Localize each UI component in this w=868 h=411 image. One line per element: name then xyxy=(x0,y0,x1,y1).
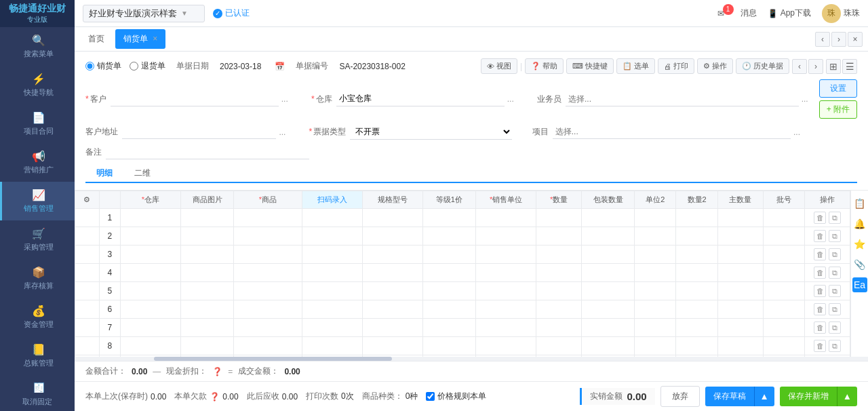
history-button[interactable]: 🕐 历史单据 xyxy=(736,58,789,74)
sidebar-item-contract[interactable]: 📄 项目合同 xyxy=(0,104,75,143)
save-draft-arrow[interactable]: ▲ xyxy=(754,387,774,406)
price-rule-checkbox[interactable]: 价格规则本单 xyxy=(426,391,486,402)
cell-pack-qty[interactable] xyxy=(582,209,635,227)
panel-star-icon[interactable]: ⭐ xyxy=(852,237,867,252)
tab-close-icon[interactable]: × xyxy=(153,34,157,43)
delete-row-icon[interactable]: 🗑 xyxy=(814,285,826,297)
tab-next-button[interactable]: › xyxy=(831,32,846,47)
calendar-icon[interactable]: 📅 xyxy=(275,62,285,71)
copy-row-icon[interactable]: ⧉ xyxy=(829,248,841,260)
company-selector[interactable]: 好业财专业版演示样套 ▼ xyxy=(83,5,205,22)
copy-row-icon[interactable]: ⧉ xyxy=(829,285,841,297)
notes-input[interactable] xyxy=(106,145,309,159)
panel-clipboard-icon[interactable]: 📋 xyxy=(852,196,867,211)
view-button[interactable]: 👁 视图 xyxy=(481,58,517,74)
cell-unit2[interactable] xyxy=(635,209,676,227)
cell-main-qty[interactable] xyxy=(717,209,763,227)
tab-close-button[interactable]: × xyxy=(848,32,863,47)
address-dots-icon[interactable]: ... xyxy=(276,128,288,137)
cell-batch-import[interactable] xyxy=(302,209,362,227)
horizontal-scrollbar[interactable] xyxy=(75,357,868,361)
toolbar-prev[interactable]: ‹ xyxy=(792,59,807,74)
sidebar-item-invoice[interactable]: 🧾 发票管理 xyxy=(0,375,75,393)
price-rule-check[interactable] xyxy=(426,392,435,401)
copy-row-icon[interactable]: ⧉ xyxy=(829,267,841,279)
tab-prev-button[interactable]: ‹ xyxy=(815,32,830,47)
panel-attach-icon[interactable]: 📎 xyxy=(852,257,867,272)
cell-batch[interactable] xyxy=(763,209,804,227)
sidebar-item-nav[interactable]: ⚡ 快捷导航 xyxy=(0,66,75,104)
toolbar-next[interactable]: › xyxy=(808,59,823,74)
attach-button[interactable]: + 附件 xyxy=(819,100,857,119)
save-draft-button[interactable]: 保存草稿 xyxy=(705,387,754,406)
help-button[interactable]: ❓ 帮助 xyxy=(525,58,564,74)
tab-detail-2d[interactable]: 二维 xyxy=(123,165,161,182)
discount-question-icon[interactable]: ❓ xyxy=(212,367,222,376)
salesperson-dots-icon[interactable]: ... xyxy=(799,94,811,104)
shortcuts-button[interactable]: ⌨ 快捷键 xyxy=(566,58,614,74)
delete-row-icon[interactable]: 🗑 xyxy=(814,267,826,279)
copy-row-icon[interactable]: ⧉ xyxy=(829,321,841,334)
copy-row-icon[interactable]: ⧉ xyxy=(829,212,841,224)
address-input[interactable] xyxy=(122,125,276,139)
radio-return[interactable]: 退货单 xyxy=(130,60,165,72)
tab-home[interactable]: 首页 xyxy=(80,29,113,49)
customer-input[interactable] xyxy=(111,92,279,106)
messages-button[interactable]: ✉ 1 消息 xyxy=(717,7,757,19)
delete-row-icon[interactable]: 🗑 xyxy=(814,303,826,315)
delete-row-icon[interactable]: 🗑 xyxy=(814,230,826,242)
copy-row-icon[interactable]: ⧉ xyxy=(829,303,841,315)
copy-row-icon[interactable]: ⧉ xyxy=(829,340,841,352)
grid-view-icon[interactable]: ⊞ xyxy=(826,59,841,74)
th-settings[interactable]: ⚙ xyxy=(75,191,100,209)
tab-sales-order[interactable]: 销货单 × xyxy=(115,29,165,49)
user-menu[interactable]: 珠 珠珠 xyxy=(822,4,860,23)
delete-row-icon[interactable]: 🗑 xyxy=(814,340,826,352)
operation-button[interactable]: ⚙ 操作 xyxy=(697,58,733,74)
delete-row-icon[interactable]: 🗑 xyxy=(814,321,826,334)
delete-row-icon[interactable]: 🗑 xyxy=(814,248,826,260)
abandon-button[interactable]: 放弃 xyxy=(660,386,700,407)
sidebar-item-ledger[interactable]: 📒 总账管理 xyxy=(0,336,75,375)
list-view-icon[interactable]: ☰ xyxy=(842,59,857,74)
sidebar-item-finance[interactable]: 💰 资金管理 xyxy=(0,298,75,336)
project-dots-icon[interactable]: ... xyxy=(791,128,803,137)
sidebar-item-marketing[interactable]: 📢 营销推广 xyxy=(0,143,75,182)
delete-row-icon[interactable]: 🗑 xyxy=(814,212,826,224)
print-button[interactable]: 🖨 打印 xyxy=(658,58,694,74)
setup-button[interactable]: 设置 xyxy=(819,79,857,98)
cell-sale-unit[interactable] xyxy=(475,209,536,227)
copy-row-icon[interactable]: ⧉ xyxy=(829,230,841,242)
cell-spec[interactable] xyxy=(362,209,422,227)
sidebar-item-sales[interactable]: 📈 销售管理 xyxy=(0,182,75,220)
cell-qty2[interactable] xyxy=(676,209,717,227)
radio-sale[interactable]: 销货单 xyxy=(85,60,121,72)
cell-product[interactable] xyxy=(234,209,302,227)
sidebar-item-purchase[interactable]: 🛒 采购管理 xyxy=(0,220,75,259)
save-new-button[interactable]: 保存并新增 xyxy=(780,387,837,406)
cell-warehouse[interactable] xyxy=(120,209,180,227)
warehouse-dots-icon[interactable]: ... xyxy=(505,94,517,104)
debt-value: 0.00 xyxy=(222,392,238,402)
project-input[interactable] xyxy=(553,125,791,139)
th-batch-import[interactable]: 扫码录入 xyxy=(302,191,362,209)
debt-question-icon[interactable]: ❓ xyxy=(210,392,220,402)
cell-price1[interactable] xyxy=(422,209,475,227)
panel-active-icon[interactable]: Ea xyxy=(852,277,867,292)
cell-image[interactable] xyxy=(181,209,234,227)
sidebar-item-search[interactable]: 🔍 搜索菜单 xyxy=(0,27,75,66)
sidebar-item-inventory[interactable]: 📦 库存核算 xyxy=(0,259,75,298)
tab-detail-mingxi[interactable]: 明细 xyxy=(85,165,123,183)
cell-quantity[interactable] xyxy=(536,209,582,227)
table-wrapper[interactable]: ⚙ *仓库 商品图片 *商品 扫码录入 规格型号 等级1价 *销售单位 *数量 … xyxy=(75,191,850,357)
panel-bell-icon[interactable]: 🔔 xyxy=(852,216,867,231)
salesperson-input[interactable] xyxy=(566,92,799,106)
customer-dots-icon[interactable]: ... xyxy=(279,94,291,104)
app-download-button[interactable]: 📱 App下载 xyxy=(768,7,811,19)
save-new-arrow[interactable]: ▲ xyxy=(837,387,857,406)
cancel-pin-button[interactable]: 取消固定 xyxy=(0,393,75,411)
invoice-select[interactable]: 不开票 增值税普通发票 增值税专用发票 xyxy=(350,124,512,139)
scrollbar-thumb[interactable] xyxy=(154,357,392,361)
select-order-button[interactable]: 📋 选单 xyxy=(616,58,655,74)
warehouse-input[interactable] xyxy=(336,92,505,106)
